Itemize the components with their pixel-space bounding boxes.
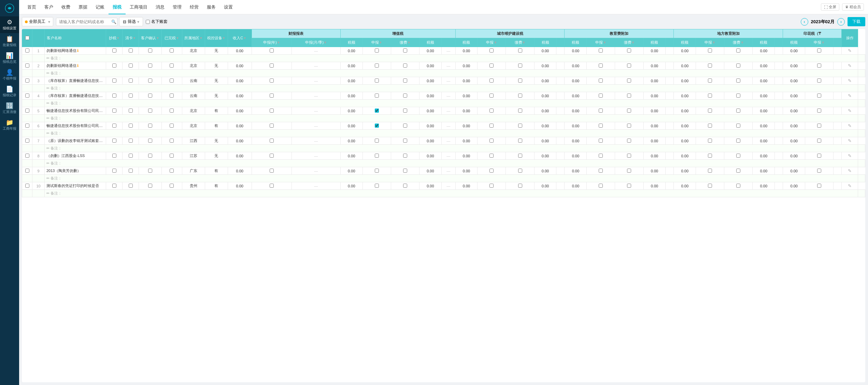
row-edit[interactable]: ✎: [842, 47, 858, 55]
row-vat-pay[interactable]: [391, 47, 419, 55]
edu-pay-checkbox[interactable]: [627, 184, 631, 188]
row-city-report[interactable]: [478, 137, 506, 145]
th-revenue[interactable]: 收入C▼: [228, 29, 252, 47]
completed-checkbox[interactable]: [170, 184, 174, 188]
edu-pay-checkbox[interactable]: [627, 94, 631, 98]
vat-report-checkbox[interactable]: [375, 79, 379, 83]
row-fin-year[interactable]: [252, 62, 291, 70]
row-local-report[interactable]: [696, 122, 724, 130]
chaosui-checkbox[interactable]: [112, 63, 116, 68]
row-stamp-report[interactable]: [805, 167, 834, 175]
fin-year-checkbox[interactable]: [270, 139, 274, 143]
row-city-report[interactable]: [478, 62, 506, 70]
edu-report-checkbox[interactable]: [599, 184, 603, 188]
confirm-checkbox[interactable]: [148, 109, 152, 113]
row-edu-report[interactable]: [587, 182, 615, 190]
city-pay-checkbox[interactable]: [518, 94, 522, 98]
edu-report-checkbox[interactable]: [599, 79, 603, 83]
stamp-report-checkbox[interactable]: [817, 184, 821, 188]
row-completed[interactable]: [161, 62, 182, 70]
row-edu-report[interactable]: [587, 137, 615, 145]
row-local-report[interactable]: [696, 92, 724, 100]
row-qingka[interactable]: [123, 77, 139, 85]
th-stamp-report[interactable]: 申报▼: [805, 38, 834, 47]
stamp-report-checkbox[interactable]: [817, 48, 821, 53]
row-local-pay[interactable]: [724, 122, 753, 130]
edu-report-checkbox[interactable]: [599, 124, 603, 128]
nav-manage[interactable]: 管理: [169, 0, 186, 14]
edit-icon[interactable]: ✎: [848, 63, 852, 68]
local-report-checkbox[interactable]: [708, 63, 712, 68]
th-city-report[interactable]: 申报▼: [478, 38, 506, 47]
fin-year-checkbox[interactable]: [270, 94, 274, 98]
local-report-checkbox[interactable]: [708, 124, 712, 128]
row-checkbox-cell[interactable]: [22, 92, 32, 100]
row-local-report[interactable]: [696, 62, 724, 70]
row-local-report[interactable]: [696, 137, 724, 145]
stamp-report-checkbox[interactable]: [817, 124, 821, 128]
row-checkbox[interactable]: [25, 94, 29, 98]
row-checkbox[interactable]: [25, 63, 29, 68]
row-confirm[interactable]: [139, 77, 162, 85]
row-chaosui[interactable]: [106, 62, 123, 70]
row-city-report[interactable]: [478, 167, 506, 175]
local-report-checkbox[interactable]: [708, 109, 712, 113]
row-edit[interactable]: ✎: [842, 152, 858, 160]
row-confirm[interactable]: [139, 167, 162, 175]
row-edit[interactable]: ✎: [842, 182, 858, 190]
city-pay-checkbox[interactable]: [518, 109, 522, 113]
row-qingka[interactable]: [123, 182, 139, 190]
nav-service[interactable]: 服务: [203, 0, 220, 14]
sidebar-item-baoshuijilu[interactable]: 📄 报税记录: [0, 83, 19, 100]
sidebar-item-huisuanqingjiao[interactable]: 🔢 汇算清缴: [0, 100, 19, 117]
row-city-report[interactable]: [478, 182, 506, 190]
row-checkbox[interactable]: [25, 124, 29, 128]
local-report-checkbox[interactable]: [708, 79, 712, 83]
qingka-checkbox[interactable]: [129, 79, 133, 83]
row-confirm[interactable]: [139, 62, 162, 70]
row-local-pay[interactable]: [724, 47, 753, 55]
row-qingka[interactable]: [123, 152, 139, 160]
row-confirm[interactable]: [139, 47, 162, 55]
row-stamp-report[interactable]: [805, 77, 834, 85]
row-stamp-report[interactable]: [805, 47, 834, 55]
local-report-checkbox[interactable]: [708, 169, 712, 173]
completed-checkbox[interactable]: [170, 154, 174, 158]
row-checkbox-cell[interactable]: [22, 152, 32, 160]
row-edit[interactable]: ✎: [842, 62, 858, 70]
city-report-checkbox[interactable]: [489, 169, 494, 173]
row-qingka[interactable]: [123, 167, 139, 175]
vat-pay-checkbox[interactable]: [403, 48, 407, 53]
row-checkbox-cell[interactable]: [22, 47, 32, 55]
row-confirm[interactable]: [139, 122, 162, 130]
th-edu-report[interactable]: 申报▼: [587, 38, 615, 47]
row-fin-year[interactable]: [252, 77, 291, 85]
edu-pay-checkbox[interactable]: [627, 169, 631, 173]
row-checkbox-cell[interactable]: [22, 137, 32, 145]
row-city-pay[interactable]: [506, 122, 534, 130]
edu-pay-checkbox[interactable]: [627, 63, 631, 68]
completed-checkbox[interactable]: [170, 94, 174, 98]
row-edit[interactable]: ✎: [842, 92, 858, 100]
row-edu-report[interactable]: [587, 77, 615, 85]
chaosui-checkbox[interactable]: [112, 184, 116, 188]
edit-icon[interactable]: ✎: [848, 123, 852, 128]
city-pay-checkbox[interactable]: [518, 154, 522, 158]
nav-invoice[interactable]: 票据: [74, 0, 91, 14]
row-vat-report[interactable]: [362, 47, 391, 55]
row-vat-pay[interactable]: [391, 152, 419, 160]
row-edu-pay[interactable]: [615, 62, 643, 70]
row-checkbox-cell[interactable]: [22, 107, 32, 115]
row-vat-pay[interactable]: [391, 92, 419, 100]
fin-year-checkbox[interactable]: [270, 184, 274, 188]
local-report-checkbox[interactable]: [708, 184, 712, 188]
completed-checkbox[interactable]: [170, 48, 174, 53]
th-device[interactable]: 税控设备▼: [205, 29, 228, 47]
row-checkbox[interactable]: [25, 109, 29, 113]
next-month-button[interactable]: ›: [837, 18, 845, 26]
edit-icon[interactable]: ✎: [848, 183, 852, 188]
row-checkbox-cell[interactable]: [22, 122, 32, 130]
qingka-checkbox[interactable]: [129, 154, 133, 158]
row-city-report[interactable]: [478, 152, 506, 160]
row-completed[interactable]: [161, 47, 182, 55]
